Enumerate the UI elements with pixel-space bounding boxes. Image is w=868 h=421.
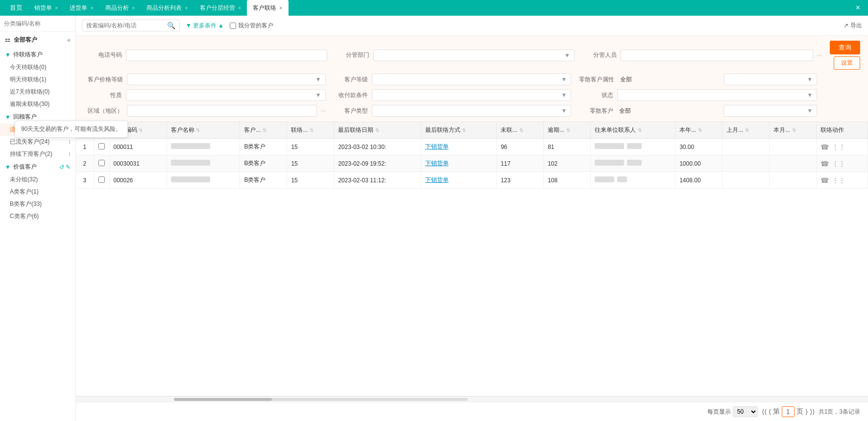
next-page-icon[interactable]: ⟩ (805, 408, 808, 416)
more-conditions-button[interactable]: ▼ 更多条件 ▲ (186, 22, 224, 30)
more-action-icon-2[interactable]: ⋮⋮ (832, 160, 845, 168)
region-more-icon[interactable]: ··· (321, 107, 326, 114)
col-this-month[interactable]: 本月... ⇅ (770, 122, 817, 139)
home-tab[interactable]: 首页 (4, 3, 28, 12)
retail-attr-value: 全部 (620, 75, 632, 84)
all-customers-item[interactable]: ⚏ 全部客户 « (0, 32, 75, 48)
cell-date-3: 2023-02-03 11:12: (334, 172, 421, 189)
col-contact[interactable]: 联络... ⇅ (287, 122, 334, 139)
close-sales-tab-icon[interactable]: × (55, 5, 58, 11)
contact-action-icon-2[interactable]: ☎ (820, 160, 829, 168)
cell-method-3[interactable]: 下销货单 (421, 172, 497, 189)
sidebar-item-today-contact[interactable]: 今天待联络(0) (0, 61, 75, 74)
sidebar-item-class-b[interactable]: B类客户(33) (0, 198, 75, 210)
scrollbar-track[interactable] (174, 398, 468, 401)
search-button[interactable]: 查询 (830, 41, 860, 54)
close-window-button[interactable]: × (852, 3, 864, 12)
col-overdue[interactable]: 逾期... ⇅ (544, 122, 591, 139)
cell-checkbox-2[interactable] (94, 155, 109, 172)
filter-price-tier-select[interactable]: ▼ (127, 74, 326, 85)
row-checkbox-3[interactable] (98, 176, 105, 183)
retail-attr-select[interactable]: ▼ (724, 74, 817, 85)
col-contact-person[interactable]: 往来单位联系人 ⇅ (591, 122, 675, 139)
filter-region-input[interactable] (127, 105, 317, 117)
sidebar-item-7day-contact[interactable]: 近7天待联络(0) (0, 86, 75, 98)
retail-customer-select[interactable]: ▼ (723, 105, 817, 117)
cell-thisyear-1: 30.00 (675, 139, 723, 155)
filter-customer-type-select[interactable]: ▼ (372, 105, 572, 117)
action-icons-2: ☎ ⋮⋮ (820, 160, 864, 168)
close-customer-contact-tab-icon[interactable]: × (279, 5, 282, 11)
collapse-icon[interactable]: « (67, 37, 71, 44)
filter-manager-input[interactable] (621, 50, 813, 61)
declining-actions[interactable]: ℹ (69, 151, 71, 157)
filter-status-select[interactable]: ▼ (617, 89, 817, 101)
col-last-contact-method[interactable]: 最后联络方式 ⇅ (421, 122, 497, 139)
current-page[interactable]: 1 (782, 406, 795, 417)
col-this-year[interactable]: 本年... ⇅ (675, 122, 723, 139)
main-search-input[interactable] (86, 22, 167, 29)
horizontal-scrollbar[interactable] (76, 396, 868, 402)
cell-checkbox-3[interactable] (94, 172, 109, 189)
close-product-list-tab-icon[interactable]: × (185, 5, 188, 11)
main-search-icon[interactable]: 🔍 (167, 22, 175, 29)
filter-customer-tier-select[interactable]: ▼ (372, 74, 572, 85)
col-last-contact-date[interactable]: 最后联络日期 ⇅ (334, 122, 421, 139)
last-page-icon[interactable]: ⟩⟩ (810, 408, 815, 416)
sidebar-item-overdue-contact[interactable]: 逾期未联络(30) (0, 98, 75, 110)
tab-product-analysis[interactable]: 商品分析 × (99, 0, 141, 16)
sidebar-item-unclassified[interactable]: 未分组(32) (0, 173, 75, 186)
tab-customer-tier[interactable]: 客户分层经营 × (194, 0, 247, 16)
tab-sales[interactable]: 销货单 × (28, 0, 64, 16)
section-pending-contact[interactable]: ▼ 待联络客户 (0, 48, 75, 61)
my-customers-checkbox[interactable]: 我分管的客户 (230, 22, 273, 30)
per-page-select[interactable]: 50 100 (733, 406, 758, 417)
col-name[interactable]: 客户名称 ⇅ (167, 122, 240, 139)
sidebar-item-class-c[interactable]: C类客户(6) (0, 210, 75, 223)
tab-product-list[interactable]: 商品分析列表 × (141, 0, 193, 16)
close-product-analysis-tab-icon[interactable]: × (132, 5, 135, 11)
advanced-filter-panel: 电话号码 分管部门 ▼ 分管人员 ··· 查询 设置 (76, 36, 868, 122)
sidebar-item-class-a[interactable]: A类客户(1) (0, 186, 75, 198)
cell-nocontact-2: 117 (497, 155, 544, 172)
contact-action-icon-3[interactable]: ☎ (820, 176, 829, 184)
close-purchase-tab-icon[interactable]: × (90, 5, 93, 11)
scrollbar-thumb[interactable] (174, 398, 272, 401)
tab-customer-contact[interactable]: 客户联络 × (247, 0, 288, 16)
prev-page-icon[interactable]: ⟨ (769, 408, 771, 416)
tab-purchase[interactable]: 进货单 × (64, 0, 99, 16)
first-page-icon[interactable]: ⟨⟨ (762, 408, 767, 416)
value-customers-actions[interactable]: ↺ ✎ (59, 164, 71, 171)
cell-thismonth-1 (770, 139, 817, 155)
cell-nocontact-3: 123 (497, 172, 544, 189)
export-button[interactable]: ↗ 导出 (844, 22, 862, 30)
total-info: 共1页，3条记录 (819, 408, 860, 416)
filter-phone-input[interactable] (126, 50, 327, 61)
cell-checkbox-1[interactable] (94, 139, 109, 155)
settings-button[interactable]: 设置 (834, 56, 860, 70)
sidebar-search-input[interactable] (4, 20, 76, 27)
section-value-customers[interactable]: ▼ 价值客户 ↺ ✎ (0, 160, 75, 173)
row-checkbox-1[interactable] (98, 143, 105, 149)
close-customer-tier-tab-icon[interactable]: × (238, 5, 241, 11)
filter-actions: 查询 设置 (830, 41, 860, 70)
retail-customer-arrow: ▼ (807, 107, 813, 114)
churned-actions[interactable]: ℹ (69, 139, 71, 145)
cell-method-2[interactable]: 下销货单 (421, 155, 497, 172)
row-checkbox-2[interactable] (98, 160, 105, 166)
filter-nature-select[interactable]: ▼ (126, 89, 326, 101)
sort-person-icon: ⇅ (638, 127, 642, 133)
more-action-icon-1[interactable]: ⋮⋮ (832, 143, 845, 151)
col-type[interactable]: 客户... ⇅ (240, 122, 287, 139)
col-last-month[interactable]: 上月... ⇅ (723, 122, 770, 139)
col-no-contact[interactable]: 未联... ⇅ (497, 122, 544, 139)
my-customers-check[interactable] (230, 23, 236, 29)
more-action-icon-3[interactable]: ⋮⋮ (832, 176, 845, 184)
contact-action-icon-1[interactable]: ☎ (820, 143, 829, 151)
filter-manager-more-icon[interactable]: ··· (817, 52, 822, 59)
sidebar-item-tomorrow-contact[interactable]: 明天待联络(1) (0, 74, 75, 86)
filter-dept-select[interactable]: ▼ (373, 50, 575, 61)
cell-method-1[interactable]: 下销货单 (421, 139, 497, 155)
sidebar-item-declining[interactable]: 持续下滑客户(2) ℹ (0, 148, 75, 160)
filter-payment-select[interactable]: ▼ (372, 89, 572, 101)
